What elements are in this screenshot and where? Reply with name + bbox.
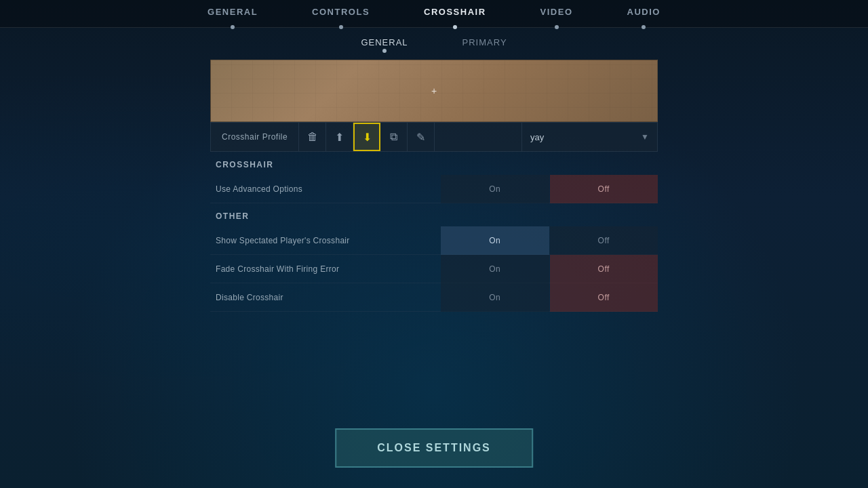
- spectated-crosshair-off-btn[interactable]: Off: [550, 226, 658, 255]
- crosshair-preview: +: [210, 60, 658, 122]
- fade-crosshair-on-btn[interactable]: On: [441, 255, 549, 283]
- setting-label-advanced-options: Use Advanced Options: [210, 184, 441, 194]
- toggle-group-spectated-crosshair: On Off: [441, 226, 658, 255]
- subnav-primary[interactable]: PRIMARY: [462, 37, 507, 50]
- profile-copy-btn[interactable]: ⧉: [380, 123, 408, 151]
- setting-label-spectated-crosshair: Show Spectated Player's Crosshair: [210, 236, 441, 245]
- toggle-group-advanced-options: On Off: [441, 175, 658, 203]
- profile-import-btn[interactable]: ⬇: [353, 123, 380, 151]
- content-area: CROSSHAIR Use Advanced Options On Off OT…: [210, 152, 658, 312]
- profile-export-btn[interactable]: ⬆: [326, 123, 353, 151]
- profile-rename-btn[interactable]: ✎: [408, 123, 435, 151]
- profile-delete-btn[interactable]: 🗑: [299, 123, 326, 151]
- profile-name-value: yay: [530, 132, 544, 142]
- disable-crosshair-off-btn[interactable]: Off: [550, 283, 658, 312]
- close-btn-container: CLOSE SETTINGS: [335, 428, 533, 468]
- toggle-group-fade-crosshair: On Off: [441, 255, 658, 283]
- disable-crosshair-on-btn[interactable]: On: [441, 283, 549, 312]
- page-wrapper: GENERAL CONTROLS CROSSHAIR VIDEO AUDIO G…: [0, 0, 868, 488]
- advanced-options-off-btn[interactable]: Off: [550, 175, 658, 203]
- toggle-group-disable-crosshair: On Off: [441, 283, 658, 312]
- top-nav: GENERAL CONTROLS CROSSHAIR VIDEO AUDIO: [0, 0, 868, 28]
- setting-row-advanced-options: Use Advanced Options On Off: [210, 175, 658, 203]
- nav-item-video[interactable]: VIDEO: [513, 0, 600, 27]
- profile-label: Crosshair Profile: [211, 123, 299, 151]
- profile-actions: 🗑 ⬆ ⬇ ⧉ ✎: [299, 123, 435, 151]
- fade-crosshair-off-btn[interactable]: Off: [550, 255, 658, 283]
- setting-row-fade-crosshair: Fade Crosshair With Firing Error On Off: [210, 255, 658, 283]
- section-header-other: OTHER: [210, 203, 658, 226]
- setting-row-spectated-crosshair: Show Spectated Player's Crosshair On Off: [210, 226, 658, 255]
- profile-row: Crosshair Profile 🗑 ⬆ ⬇ ⧉ ✎ yay ▼: [210, 122, 658, 152]
- nav-item-audio[interactable]: AUDIO: [600, 0, 688, 27]
- dropdown-arrow-icon: ▼: [641, 132, 649, 142]
- advanced-options-on-btn[interactable]: On: [441, 175, 549, 203]
- setting-label-fade-crosshair: Fade Crosshair With Firing Error: [210, 264, 441, 274]
- subnav-general[interactable]: GENERAL: [361, 37, 408, 50]
- nav-items: GENERAL CONTROLS CROSSHAIR VIDEO AUDIO: [180, 0, 688, 27]
- sub-nav: GENERAL PRIMARY: [361, 28, 507, 56]
- nav-item-controls[interactable]: CONTROLS: [285, 0, 397, 27]
- crosshair-center-indicator: +: [431, 86, 437, 96]
- spectated-crosshair-on-btn[interactable]: On: [441, 226, 549, 255]
- setting-label-disable-crosshair: Disable Crosshair: [210, 293, 441, 302]
- nav-item-crosshair[interactable]: CROSSHAIR: [397, 0, 513, 27]
- setting-row-disable-crosshair: Disable Crosshair On Off: [210, 283, 658, 312]
- close-settings-button[interactable]: CLOSE SETTINGS: [335, 428, 533, 468]
- section-header-crosshair: CROSSHAIR: [210, 152, 658, 175]
- nav-item-general[interactable]: GENERAL: [180, 0, 285, 27]
- profile-name-dropdown[interactable]: yay ▼: [521, 123, 657, 151]
